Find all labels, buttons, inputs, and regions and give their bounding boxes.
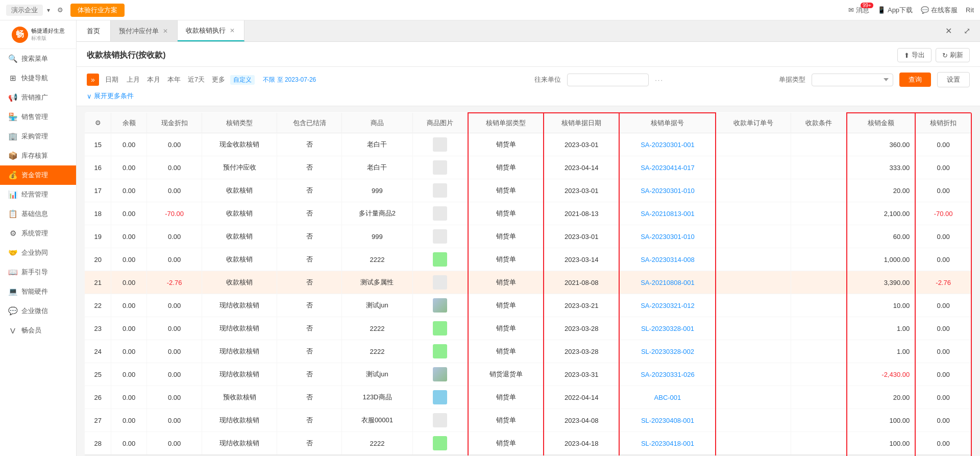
user-profile[interactable]: Rit (966, 6, 974, 14)
col-header-goods: 商品 (342, 113, 412, 133)
cell-verify-bill-no[interactable]: SA-20210813-001 (619, 202, 716, 225)
cell-verify-bill-no[interactable]: SL-20230408-001 (619, 409, 716, 432)
customer-dots[interactable]: ··· (655, 76, 664, 84)
sidebar-item-sales[interactable]: 🏪 销售管理 (0, 107, 76, 127)
cell-verify-bill-no[interactable]: SA-20230301-001 (619, 133, 716, 156)
cell-verify-type: 收款核销 (202, 179, 277, 202)
setting-button[interactable]: 设置 (937, 72, 970, 87)
cell-verify-bill-no[interactable]: SL-20230328-001 (619, 317, 716, 340)
sidebar-item-marketing[interactable]: 📢 营销推广 (0, 88, 76, 107)
cell-balance: 0.00 (111, 156, 147, 179)
bill-no-link[interactable]: ABC-001 (654, 394, 681, 401)
more-date-btn[interactable]: 更多 (210, 74, 227, 85)
sidebar-item-wechat[interactable]: 💬 企业微信 (0, 301, 76, 321)
bill-no-link[interactable]: SL-20230328-002 (641, 348, 694, 355)
sidebar-item-purchase[interactable]: 🏢 采购管理 (0, 127, 76, 146)
tab-close-btn[interactable]: ✕ (941, 24, 955, 38)
last7-btn[interactable]: 近7天 (186, 74, 207, 85)
table-row: 21 0.00 -2.76 收款核销 否 测试多属性 销货单 2021-08-0… (85, 271, 971, 294)
tab-home[interactable]: 首页 (77, 20, 111, 41)
sidebar-item-finance[interactable]: 💰 资金管理 (0, 165, 76, 185)
sidebar-item-member[interactable]: V 畅会员 (0, 321, 76, 340)
tab-receipt[interactable]: 收款核销执行 ✕ (178, 20, 244, 41)
query-button[interactable]: 查询 (899, 73, 931, 87)
bill-no-link[interactable]: SA-20230301-001 (641, 141, 695, 149)
cell-verify-amount: 100.00 (847, 409, 915, 432)
sidebar-item-enterprise[interactable]: 🤝 企业协同 (0, 243, 76, 262)
sidebar-item-system[interactable]: ⚙ 系统管理 (0, 224, 76, 243)
cell-verify-discount: 0.00 (915, 317, 971, 340)
cell-verify-bill-no[interactable]: SA-20230321-012 (619, 294, 716, 317)
sidebar-item-search[interactable]: 🔍 搜索菜单 (0, 49, 76, 68)
custom-date-btn[interactable]: 自定义 (230, 75, 255, 85)
table-row: 18 0.00 -70.00 收款核销 否 多计量商品2 销货单 2021-08… (85, 202, 971, 225)
tab-prepay-close[interactable]: ✕ (162, 27, 169, 36)
bill-no-link[interactable]: SA-20230331-026 (641, 371, 695, 378)
cell-verify-discount: -2.76 (915, 271, 971, 294)
bill-no-link[interactable]: SA-20230301-010 (641, 233, 695, 241)
cell-receipt-condition (791, 248, 847, 271)
bill-type-select[interactable]: 销货单 销货退货单 (812, 74, 893, 86)
cell-verify-bill-no[interactable]: SA-20230301-010 (619, 179, 716, 202)
bill-no-link[interactable]: SA-20230321-012 (641, 302, 695, 309)
industry-btn[interactable]: 体验行业方案 (70, 4, 125, 17)
online-service-btn[interactable]: 💬 在线客服 (921, 6, 958, 15)
cell-verify-bill-no[interactable]: SA-20210808-001 (619, 271, 716, 294)
bill-no-link[interactable]: SL-20230328-001 (641, 325, 694, 332)
sidebar-item-hardware[interactable]: 💻 智能硬件 (0, 282, 76, 301)
bill-no-link[interactable]: SA-20210808-001 (641, 279, 695, 286)
cell-verify-bill-no[interactable]: SA-20230414-017 (619, 156, 716, 179)
app-download-btn[interactable]: 📱 App下载 (877, 6, 913, 15)
expand-more-conditions[interactable]: ∨ 展开更多条件 (87, 91, 970, 101)
sidebar-item-inventory[interactable]: 📦 库存核算 (0, 146, 76, 165)
export-button[interactable]: ⬆ 导出 (897, 48, 932, 62)
cell-verify-bill-no[interactable]: SA-20230314-008 (619, 248, 716, 271)
bill-no-link[interactable]: SL-20230418-001 (641, 440, 694, 447)
bill-no-link[interactable]: SA-20230414-017 (641, 164, 695, 172)
bill-no-link[interactable]: SL-20230408-001 (641, 417, 694, 424)
sidebar-item-basic[interactable]: 📋 基础信息 (0, 204, 76, 224)
col-header-receipt-condition: 收款条件 (791, 113, 847, 133)
company-name[interactable]: 演示企业 (6, 5, 43, 16)
bill-no-link[interactable]: SA-20230314-008 (641, 256, 695, 263)
cell-receipt-condition (791, 294, 847, 317)
cell-verify-bill-no[interactable]: SL-20230418-001 (619, 432, 716, 455)
cell-included-settled: 否 (277, 133, 341, 156)
cell-cash-discount: 0.00 (146, 225, 202, 248)
sidebar-item-quicknav[interactable]: ⊞ 快捷导航 (0, 68, 76, 88)
bill-no-link[interactable]: SA-20230301-010 (641, 187, 695, 195)
sidebar-item-operations[interactable]: 📊 经营管理 (0, 185, 76, 204)
cell-cash-discount: 0.00 (146, 156, 202, 179)
cell-goods: 测试jun (342, 294, 412, 317)
message-btn[interactable]: ✉ 消息 99+ (848, 6, 869, 15)
cell-verify-bill-no[interactable]: SA-20230301-010 (619, 225, 716, 248)
cell-verify-bill-no[interactable]: SA-20230331-026 (619, 363, 716, 386)
company-dropdown-icon[interactable]: ▾ (47, 7, 50, 14)
cell-verify-type: 收款核销 (202, 225, 277, 248)
cell-verify-bill-no[interactable]: SL-20230328-002 (619, 340, 716, 363)
tab-expand-btn[interactable]: ⤢ (960, 24, 974, 38)
cell-verify-bill-type: 销货单 (468, 225, 544, 248)
operations-icon: 📊 (8, 190, 17, 199)
this-year-btn[interactable]: 本年 (165, 74, 183, 85)
cell-verify-type: 现结收款核销 (202, 294, 277, 317)
sidebar-item-newbie[interactable]: 📖 新手引导 (0, 262, 76, 282)
cell-verify-bill-date: 2023-03-31 (544, 363, 619, 386)
last-month-btn[interactable]: 上月 (125, 74, 142, 85)
this-month-btn[interactable]: 本月 (145, 74, 162, 85)
cell-verify-bill-type: 销货单 (468, 271, 544, 294)
cell-receipt-condition (791, 317, 847, 340)
settings-icon[interactable]: ⚙ (54, 4, 66, 16)
tab-prepay[interactable]: 预付冲应付单 ✕ (111, 20, 178, 41)
tab-receipt-close[interactable]: ✕ (229, 26, 236, 35)
bill-no-link[interactable]: SA-20210813-001 (641, 210, 695, 218)
cell-receipt-order (716, 317, 791, 340)
cell-verify-bill-no[interactable]: ABC-001 (619, 386, 716, 409)
col-header-included-settled: 包含已结清 (277, 113, 341, 133)
cell-cash-discount: 0.00 (146, 432, 202, 455)
filter-expand-icon-btn[interactable]: » (87, 74, 99, 86)
customer-input[interactable] (567, 74, 649, 86)
cell-balance: 0.00 (111, 202, 147, 225)
goods-img (433, 321, 447, 335)
refresh-button[interactable]: ↻ 刷新 (936, 48, 970, 62)
